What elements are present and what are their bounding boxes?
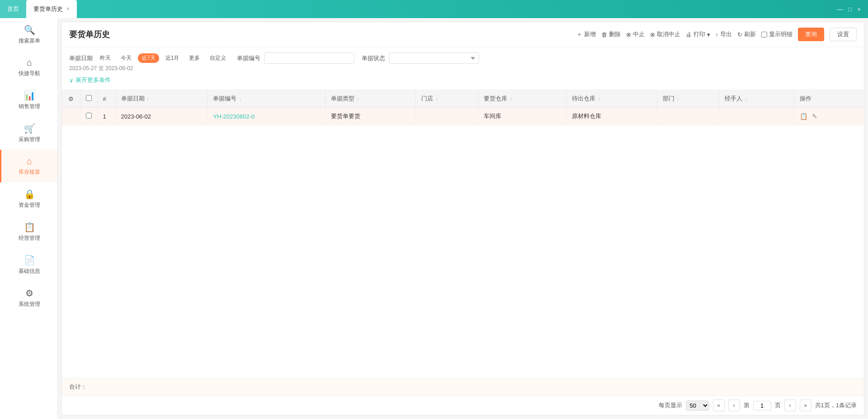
- col-settings[interactable]: ⚙: [62, 90, 80, 108]
- page-title: 要货单历史: [69, 29, 110, 40]
- sidebar-item-finance[interactable]: 🔒 资金管理: [0, 182, 57, 215]
- window-controls: — □ ×: [837, 6, 868, 13]
- page-header: 要货单历史 ＋ 新增 🗑 删除 ⊗ 中止 ⊗: [62, 22, 864, 47]
- table-footer: 合计：: [62, 378, 864, 395]
- sidebar-item-inventory[interactable]: ⌂ 库存核算: [0, 150, 57, 182]
- filter-area: 单据日期 昨天 今天 近7天 近1月 更多 自定义 单据编号: [62, 47, 864, 90]
- row-settings-cell: [62, 108, 80, 125]
- refresh-label: 刷新: [744, 30, 756, 38]
- status-filter-select[interactable]: [389, 52, 479, 64]
- last-page-button[interactable]: »: [800, 400, 811, 411]
- sidebar-item-sales[interactable]: 📊 销售管理: [0, 84, 57, 117]
- footer-total-label: 合计：: [69, 383, 87, 390]
- row-actions-cell: 📋 ✎: [794, 108, 864, 125]
- sidebar-item-label: 经营管理: [19, 234, 40, 242]
- sidebar-item-system[interactable]: ⚙ 系统管理: [0, 281, 57, 314]
- first-page-button[interactable]: «: [713, 400, 725, 411]
- system-icon: ⚙: [25, 288, 33, 299]
- sidebar-item-quick-nav[interactable]: ⌂ 快捷导航: [0, 51, 57, 84]
- row-doc-type: 要货单要货: [325, 108, 416, 125]
- sidebar-item-search-menu[interactable]: 🔍 搜索菜单: [0, 18, 57, 51]
- tab-history-label: 要货单历史: [33, 5, 63, 13]
- row-index: 1: [97, 108, 115, 125]
- cancel-stop-button[interactable]: ⊗ 取消中止: [650, 30, 680, 38]
- docno-filter-input[interactable]: [264, 52, 354, 64]
- row-doc-no: YH-20230602-0: [208, 108, 325, 125]
- date-filter-group: 单据日期 昨天 今天 近7天 近1月 更多 自定义: [69, 53, 230, 63]
- sidebar-item-basic-info[interactable]: 📄 基础信息: [0, 248, 57, 281]
- select-all-checkbox[interactable]: [86, 95, 92, 101]
- nav-tabs: 首页 要货单历史 ×: [0, 0, 77, 18]
- purchase-icon: 🛒: [24, 123, 35, 134]
- per-page-select[interactable]: 50 10 20 100: [686, 400, 709, 411]
- row-req-warehouse: 车间库: [478, 108, 566, 125]
- next-page-button[interactable]: ›: [784, 400, 796, 411]
- add-button[interactable]: ＋ 新增: [576, 30, 596, 38]
- window-minimize[interactable]: —: [837, 6, 843, 13]
- cancel-stop-icon: ⊗: [650, 31, 655, 38]
- total-info: 共1页，1条记录: [815, 401, 857, 409]
- col-doc-type[interactable]: 单据类型 ↕: [325, 90, 416, 108]
- window-maximize[interactable]: □: [849, 6, 852, 13]
- row-edit-button[interactable]: ✎: [812, 113, 817, 120]
- date-btn-more[interactable]: 更多: [185, 53, 203, 63]
- sidebar-item-label: 系统管理: [19, 300, 40, 308]
- tab-close-icon[interactable]: ×: [66, 6, 70, 12]
- sidebar-item-label: 搜索菜单: [19, 37, 40, 45]
- docno-filter-group: 单据编号: [237, 52, 354, 64]
- col-store[interactable]: 门店 ↕: [416, 90, 478, 108]
- row-handler: [719, 108, 794, 125]
- window-close[interactable]: ×: [857, 6, 861, 13]
- search-menu-icon: 🔍: [24, 24, 35, 35]
- sidebar-item-purchase[interactable]: 🛒 采购管理: [0, 117, 57, 150]
- col-doc-date[interactable]: 单据日期 ↕: [115, 90, 208, 108]
- date-btn-7days[interactable]: 近7天: [138, 53, 159, 63]
- sidebar-item-label: 基础信息: [19, 267, 40, 275]
- col-department[interactable]: 部门 ↕: [657, 90, 719, 108]
- date-btn-yesterday[interactable]: 昨天: [96, 53, 114, 63]
- settings-button[interactable]: 设置: [830, 28, 857, 41]
- date-btn-custom[interactable]: 自定义: [206, 53, 230, 63]
- delete-icon: 🗑: [601, 31, 607, 38]
- print-dropdown-icon: ▾: [707, 31, 710, 38]
- prev-page-button[interactable]: ‹: [728, 400, 740, 411]
- status-filter-group: 单据状态: [362, 52, 479, 64]
- export-icon: ↑: [716, 31, 719, 38]
- refresh-button[interactable]: ↻ 刷新: [737, 30, 756, 38]
- tab-history[interactable]: 要货单历史 ×: [26, 0, 77, 18]
- page-suffix-label: 页: [775, 401, 781, 409]
- col-req-warehouse[interactable]: 要货仓库 ↕: [478, 90, 566, 108]
- per-page-label: 每页显示: [659, 401, 682, 409]
- row-checkbox[interactable]: [86, 113, 92, 119]
- add-icon: ＋: [576, 30, 582, 38]
- sidebar: 🔍 搜索菜单 ⌂ 快捷导航 📊 销售管理 🛒 采购管理 ⌂ 库存核算 🔒 资金管…: [0, 18, 58, 419]
- delete-button[interactable]: 🗑 删除: [601, 30, 621, 38]
- show-detail-label: 显示明细: [769, 30, 793, 38]
- stop-button[interactable]: ⊗ 中止: [626, 30, 645, 38]
- show-detail-input[interactable]: [761, 32, 767, 38]
- col-handler[interactable]: 经手人 ↕: [719, 90, 794, 108]
- expand-more-btn[interactable]: ∨ 展开更多条件: [69, 76, 857, 84]
- row-doc-no-link[interactable]: YH-20230602-0: [213, 113, 255, 120]
- show-detail-checkbox[interactable]: 显示明细: [761, 30, 793, 38]
- sidebar-item-operations[interactable]: 📋 经营管理: [0, 215, 57, 248]
- row-store: [416, 108, 478, 125]
- date-btn-1month[interactable]: 近1月: [162, 53, 183, 63]
- col-pending-warehouse[interactable]: 待出仓库 ↕: [566, 90, 657, 108]
- date-filter-label: 单据日期: [69, 54, 93, 62]
- delete-label: 删除: [609, 30, 621, 38]
- row-view-button[interactable]: 📋: [800, 113, 807, 120]
- query-button[interactable]: 查询: [798, 28, 824, 41]
- export-button[interactable]: ↑ 导出: [716, 30, 732, 38]
- cancel-stop-label: 取消中止: [657, 30, 680, 38]
- col-doc-no[interactable]: 单据编号 ↕: [208, 90, 325, 108]
- tab-home[interactable]: 首页: [0, 0, 26, 18]
- table-wrapper: ⚙ # 单据日期 ↕ 单据编号 ↕ 单据类型 ↕ 门店 ↕ 要货仓库 ↕ 待出仓…: [62, 90, 864, 378]
- sales-icon: 📊: [24, 90, 35, 101]
- date-btn-today[interactable]: 今天: [117, 53, 135, 63]
- sidebar-item-label: 销售管理: [19, 103, 40, 110]
- print-button[interactable]: 🖨 打印 ▾: [686, 30, 710, 38]
- row-checkbox-cell: [80, 108, 97, 125]
- page-number-input[interactable]: [753, 401, 771, 410]
- print-icon: 🖨: [686, 31, 692, 38]
